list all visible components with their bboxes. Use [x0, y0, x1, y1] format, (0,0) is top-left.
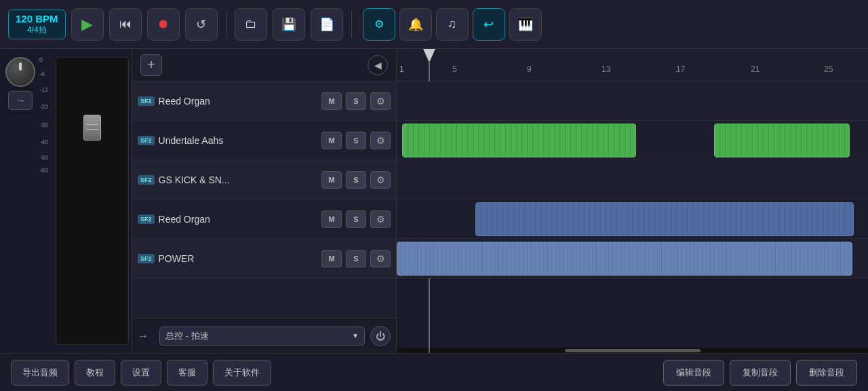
- piano-icon: 🎹: [518, 17, 533, 32]
- midi-note-lines: [397, 242, 852, 275]
- master-track-row: → 总控 - 拍速 ▼ ⏻: [132, 318, 396, 353]
- track-settings-button[interactable]: ⚙: [370, 171, 391, 189]
- metronome-button[interactable]: 🔔: [399, 8, 432, 41]
- fader-area: 0 -6 -12 -20 -30 -40 -50 -60: [38, 54, 129, 348]
- file-icon: 📄: [319, 17, 334, 32]
- mute-button[interactable]: M: [321, 210, 342, 228]
- ruler-mark-21: 21: [751, 64, 760, 74]
- copy-segment-button[interactable]: 复制音段: [730, 360, 791, 386]
- toolbar-sep-1: [226, 11, 226, 38]
- loop-button[interactable]: ↺: [185, 8, 218, 41]
- master-send-icon: →: [138, 330, 154, 342]
- score-icon: ♫: [448, 17, 457, 31]
- track-lanes: [397, 81, 868, 348]
- save-icon: 💾: [281, 17, 296, 32]
- track-settings-button[interactable]: ⚙: [370, 250, 391, 267]
- lane-1[interactable]: [397, 81, 868, 121]
- mute-button[interactable]: M: [321, 132, 342, 149]
- midi-block[interactable]: [402, 124, 636, 157]
- mute-button[interactable]: M: [321, 171, 342, 189]
- master-power-button[interactable]: ⏻: [370, 326, 391, 346]
- lane-4[interactable]: [397, 200, 868, 239]
- ruler-mark-25: 25: [824, 64, 833, 74]
- lane-5[interactable]: [397, 239, 868, 278]
- horizontal-scrollbar[interactable]: [397, 348, 868, 353]
- solo-button[interactable]: S: [346, 171, 366, 189]
- knob-area: →: [3, 54, 38, 348]
- rewind-button[interactable]: ⏮: [109, 8, 142, 41]
- snap-button[interactable]: ↩: [473, 8, 505, 41]
- send-button[interactable]: →: [8, 91, 33, 110]
- track-row: SF2 Reed Organ M S ⚙: [132, 200, 396, 239]
- export-file-button[interactable]: 📄: [311, 8, 343, 41]
- toolbar-right-group: ⚙ 🔔 ♫ ↩ 🎹: [363, 8, 542, 41]
- solo-button[interactable]: S: [346, 250, 366, 267]
- snap-icon: ↩: [484, 17, 494, 32]
- folder-button[interactable]: 🗀: [235, 8, 267, 41]
- master-fader-handle[interactable]: [83, 115, 101, 141]
- bpm-value: 120 BPM: [16, 13, 58, 24]
- copy-segment-label: 复制音段: [743, 367, 778, 379]
- ruler-mark-1: 1: [399, 64, 404, 74]
- sf2-badge: SF2: [138, 215, 155, 224]
- tutorial-button[interactable]: 教程: [75, 360, 115, 386]
- play-icon: ▶: [81, 16, 93, 33]
- play-button[interactable]: ▶: [71, 8, 104, 41]
- left-panel: → 0 -6 -12 -20 -30 -40 -50 -60: [0, 49, 132, 353]
- midi-block[interactable]: [397, 242, 852, 276]
- track-name: GS KICK & SN...: [159, 174, 317, 185]
- bottom-right-actions: 编辑音段 复制音段 删除音段: [663, 360, 857, 386]
- save-button[interactable]: 💾: [273, 8, 305, 41]
- track-settings-button[interactable]: ⚙: [370, 92, 391, 110]
- gear-icon: ⚙: [376, 135, 385, 146]
- solo-button[interactable]: S: [346, 132, 366, 149]
- ruler-mark-17: 17: [676, 64, 685, 74]
- track-row: SF2 Reed Organ M S ⚙: [132, 81, 396, 121]
- midi-block[interactable]: [714, 124, 850, 157]
- mixer-button[interactable]: ⚙: [363, 8, 395, 41]
- power-icon: ⏻: [376, 331, 385, 341]
- ruler-mark-9: 9: [527, 64, 532, 74]
- arrange-area: 1 5 9 13 17 21 25: [397, 49, 868, 353]
- settings-button[interactable]: 设置: [121, 360, 161, 386]
- delete-segment-button[interactable]: 删除音段: [796, 360, 857, 386]
- solo-button[interactable]: S: [346, 92, 366, 110]
- track-row: SF2 POWER M S ⚙: [132, 239, 396, 278]
- mute-button[interactable]: M: [321, 250, 342, 267]
- master-knob[interactable]: [5, 57, 35, 87]
- gear-icon: ⚙: [376, 214, 385, 225]
- track-settings-button[interactable]: ⚙: [370, 210, 391, 228]
- midi-note-lines: [715, 124, 849, 157]
- bottom-left-actions: 导出音频 教程 设置 客服 关于软件: [11, 360, 271, 386]
- record-button[interactable]: ⏺: [147, 8, 180, 41]
- delete-segment-label: 删除音段: [809, 367, 844, 379]
- export-audio-button[interactable]: 导出音频: [11, 360, 69, 386]
- mute-button[interactable]: M: [321, 92, 342, 110]
- score-button[interactable]: ♫: [436, 8, 469, 41]
- loop-icon: ↺: [196, 17, 206, 32]
- support-label: 客服: [178, 367, 196, 379]
- track-name: Reed Organ: [159, 214, 317, 225]
- solo-button[interactable]: S: [346, 210, 366, 228]
- add-track-button[interactable]: +: [140, 54, 162, 76]
- gear-icon: ⚙: [376, 96, 385, 107]
- sf2-badge: SF2: [138, 254, 155, 263]
- support-button[interactable]: 客服: [167, 360, 208, 386]
- track-name: Undertale Aahs: [159, 135, 317, 146]
- piano-button[interactable]: 🎹: [509, 8, 542, 41]
- rewind-icon: ⏮: [119, 17, 132, 31]
- master-select[interactable]: 总控 - 拍速 ▼: [159, 327, 365, 346]
- track-list-header: + ◀: [132, 49, 396, 81]
- scrollbar-thumb[interactable]: [565, 349, 701, 352]
- collapse-button[interactable]: ◀: [368, 55, 388, 75]
- about-label: 关于软件: [224, 367, 260, 379]
- edit-segment-button[interactable]: 编辑音段: [663, 360, 724, 386]
- lane-2[interactable]: [397, 121, 868, 160]
- midi-block[interactable]: [475, 202, 854, 236]
- export-audio-label: 导出音频: [22, 367, 58, 379]
- bpm-display[interactable]: 120 BPM 4/4拍: [8, 10, 66, 39]
- track-settings-button[interactable]: ⚙: [370, 132, 391, 149]
- metronome-icon: 🔔: [408, 17, 423, 32]
- lane-3[interactable]: [397, 160, 868, 200]
- about-button[interactable]: 关于软件: [213, 360, 271, 386]
